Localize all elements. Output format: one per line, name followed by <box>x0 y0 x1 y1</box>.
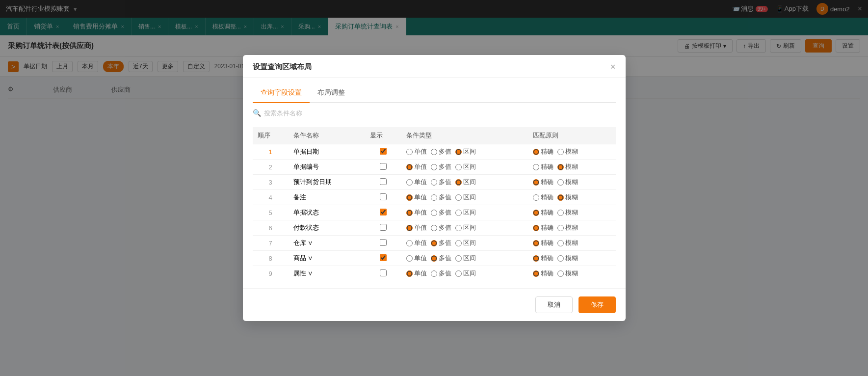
modal-body: 查询字段设置 布局调整 🔍 顺序 条件名称 显示 <box>243 78 626 104</box>
modal-tab-fields[interactable]: 查询字段设置 <box>253 85 310 103</box>
modal-tabs: 查询字段设置 布局调整 <box>253 85 616 103</box>
modal-tab-fields-label: 查询字段设置 <box>261 88 302 96</box>
modal-title: 设置查询区域布局 <box>253 62 312 72</box>
modal-tab-layout[interactable]: 布局调整 <box>310 85 353 103</box>
modal-header: 设置查询区域布局 × <box>243 55 626 78</box>
modal-close-button[interactable]: × <box>610 62 616 72</box>
modal-tab-layout-label: 布局调整 <box>317 88 345 96</box>
modal-dialog: 设置查询区域布局 × 查询字段设置 布局调整 🔍 <box>243 55 626 104</box>
modal-backdrop: 设置查询区域布局 × 查询字段设置 布局调整 🔍 <box>0 0 868 104</box>
